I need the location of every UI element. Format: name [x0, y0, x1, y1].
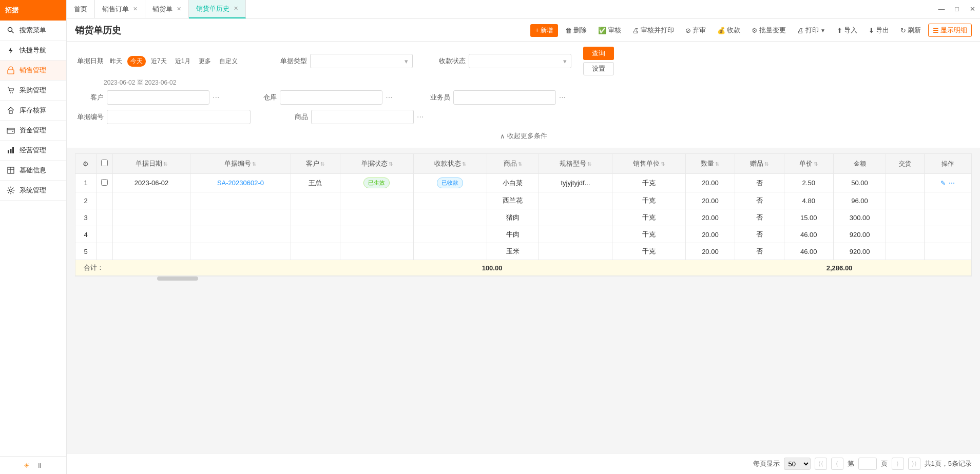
abandon-button[interactable]: ⊘ 弃审: [681, 24, 710, 37]
page-number-input[interactable]: 1: [858, 458, 877, 470]
sidebar-item-finance[interactable]: 资金管理: [0, 121, 66, 141]
sun-icon[interactable]: ☀: [22, 461, 31, 470]
customer-input[interactable]: [107, 90, 209, 105]
horizontal-scrollbar[interactable]: [75, 276, 972, 280]
customer-picker-icon[interactable]: ···: [213, 93, 219, 102]
salesperson-label: 业务员: [421, 93, 450, 102]
minimize-button[interactable]: —: [934, 0, 949, 18]
more-action-button[interactable]: ⋯: [947, 180, 956, 187]
sidebar-item-search-menu[interactable]: 搜索菜单: [0, 21, 66, 41]
cell-qty: 20.00: [685, 226, 735, 243]
sort-customer[interactable]: 客户 ⇅: [306, 159, 324, 168]
settings-config-button[interactable]: 设置: [583, 62, 614, 75]
sort-qty[interactable]: 数量 ⇅: [701, 159, 719, 168]
sidebar: 拓据 搜索菜单 快捷导航 销售管理 采购管理 库存核算 资金管理: [0, 0, 67, 474]
sidebar-item-purchase-mgmt[interactable]: 采购管理: [0, 81, 66, 101]
select-all-checkbox[interactable]: [101, 160, 108, 166]
sort-spec[interactable]: 规格型号 ⇅: [560, 159, 591, 168]
close-button[interactable]: ✕: [965, 0, 980, 18]
pause-icon[interactable]: ⏸: [35, 461, 45, 470]
audit-button[interactable]: ✅ 审核: [594, 24, 625, 37]
filter-area: 单据日期 昨天 今天 近7天 近1月 更多 自定义 单据类型 ▾: [67, 42, 980, 148]
next-page-button[interactable]: ⟩: [892, 458, 904, 470]
goods-input[interactable]: [311, 110, 414, 124]
detail-icon: ☰: [933, 27, 939, 34]
doc-number-link[interactable]: SA-20230602-0: [217, 179, 264, 187]
cell-number: [190, 243, 291, 260]
print-button[interactable]: 🖨 打印 ▼: [793, 24, 830, 37]
print-dropdown-icon: ▼: [820, 28, 825, 33]
tab-sales-order-close[interactable]: ✕: [133, 6, 138, 12]
sort-unit[interactable]: 销售单位 ⇅: [633, 159, 665, 168]
sort-number-icon: ⇅: [252, 161, 256, 167]
batch-change-button[interactable]: ⚙ 批量变更: [747, 24, 790, 37]
delete-button[interactable]: 🗑 删除: [561, 24, 591, 37]
cell-gift: 否: [735, 192, 784, 209]
sort-number[interactable]: 单据编号 ⇅: [224, 159, 256, 168]
collapse-button[interactable]: ∧ 收起更多条件: [500, 129, 547, 143]
print-icon: 🖨: [797, 27, 804, 34]
table-row: 3 猪肉 千克 20.00 否 15.00 300.00: [75, 209, 972, 226]
date-more[interactable]: 更多: [196, 56, 214, 67]
total-info: 共1页，5条记录: [925, 459, 972, 468]
search-icon: [6, 26, 15, 35]
show-detail-button[interactable]: ☰ 显示明细: [928, 24, 972, 37]
import-button[interactable]: ⬆ 导入: [833, 24, 861, 37]
collect-button[interactable]: 💰 收款: [713, 24, 744, 37]
sidebar-item-operations[interactable]: 经营管理: [0, 141, 66, 161]
refresh-button[interactable]: ↻ 刷新: [896, 24, 925, 37]
cell-spec: [539, 192, 612, 209]
date-yesterday[interactable]: 昨天: [107, 56, 125, 67]
sidebar-item-basic-info[interactable]: 基础信息: [0, 161, 66, 181]
sidebar-item-inventory[interactable]: 库存核算: [0, 101, 66, 121]
new-button[interactable]: + 新增: [530, 24, 558, 37]
maximize-button[interactable]: □: [949, 0, 965, 18]
sort-doc-status[interactable]: 单据状态 ⇅: [361, 159, 393, 168]
query-button[interactable]: 查询: [583, 47, 614, 60]
goods-picker-icon[interactable]: ···: [417, 112, 424, 122]
doc-number-input[interactable]: [107, 110, 251, 124]
date-custom[interactable]: 自定义: [216, 56, 241, 67]
sidebar-item-sales-mgmt[interactable]: 销售管理: [0, 61, 66, 81]
export-button[interactable]: ⬇ 导出: [864, 24, 893, 37]
sort-goods[interactable]: 商品 ⇅: [504, 159, 522, 168]
tab-sales-goods-close[interactable]: ✕: [177, 6, 181, 12]
salesperson-input[interactable]: [453, 90, 556, 105]
sort-price[interactable]: 单价 ⇅: [799, 159, 818, 168]
row-checkbox[interactable]: [101, 179, 108, 186]
sidebar-item-system[interactable]: 系统管理: [0, 181, 66, 201]
tab-sales-order[interactable]: 销售订单 ✕: [95, 0, 145, 18]
audit-print-button[interactable]: 🖨 审核并打印: [628, 24, 678, 37]
sort-collect-status[interactable]: 收款状态 ⇅: [434, 159, 466, 168]
svg-point-5: [12, 92, 13, 93]
edit-action-button[interactable]: ✎: [939, 180, 947, 187]
audit-print-icon: 🖨: [632, 27, 639, 34]
sort-date[interactable]: 单据日期 ⇅: [136, 159, 167, 168]
first-page-button[interactable]: ⟨⟨: [815, 458, 827, 470]
last-page-button[interactable]: ⟩⟩: [908, 458, 920, 470]
doc-type-select[interactable]: [310, 54, 413, 68]
salesperson-picker-icon[interactable]: ···: [559, 93, 566, 102]
tab-home[interactable]: 首页: [67, 0, 95, 18]
svg-rect-10: [10, 149, 12, 153]
collect-status-select[interactable]: [469, 54, 571, 68]
sort-gift[interactable]: 赠品 ⇅: [750, 159, 768, 168]
table-settings-icon[interactable]: ⚙: [80, 157, 92, 170]
per-page-select[interactable]: 50 20 100: [784, 458, 811, 470]
sidebar-item-quick-nav[interactable]: 快捷导航: [0, 41, 66, 61]
date-1month[interactable]: 近1月: [172, 56, 194, 67]
prev-page-button[interactable]: ⟨: [831, 458, 843, 470]
th-checkbox: [97, 154, 113, 174]
tab-sales-history-close[interactable]: ✕: [234, 5, 238, 12]
collect-status-badge: 已收款: [437, 177, 463, 188]
date-today[interactable]: 今天: [127, 56, 146, 67]
scroll-thumb[interactable]: [157, 276, 198, 281]
tab-sales-goods[interactable]: 销货单 ✕: [145, 0, 189, 18]
date-7days[interactable]: 近7天: [148, 56, 170, 67]
warehouse-input[interactable]: [280, 90, 382, 105]
cell-price: 2.50: [784, 174, 833, 192]
page-title: 销货单历史: [75, 24, 121, 36]
tab-sales-history[interactable]: 销货单历史 ✕: [189, 0, 246, 18]
warehouse-picker-icon[interactable]: ···: [386, 93, 392, 102]
cell-number: [190, 226, 291, 243]
